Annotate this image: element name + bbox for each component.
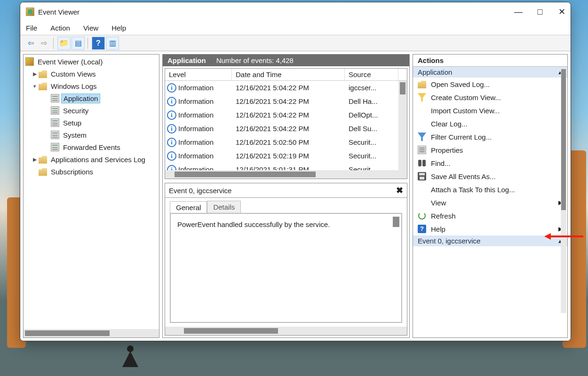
information-icon: i (167, 97, 176, 106)
toolbar: ⇦ ⇨ 📁 ▤ ? ▥ (20, 35, 571, 51)
show-hide-tree-icon[interactable]: ▤ (72, 37, 85, 50)
blank-icon (418, 198, 426, 207)
tree-custom-views[interactable]: ▶ Custom Views (25, 68, 157, 80)
menu-file[interactable]: File (26, 24, 37, 32)
tree-apps-services[interactable]: ▶ Applications and Services Log (25, 153, 157, 165)
log-icon (51, 94, 59, 102)
action-view[interactable]: View▶ (413, 196, 567, 209)
blank-icon (418, 185, 426, 194)
forward-button-icon[interactable]: ⇨ (37, 37, 50, 50)
action-properties[interactable]: Properties (413, 143, 567, 157)
folder-icon (39, 70, 47, 78)
collapse-icon[interactable]: ▾ (31, 83, 39, 89)
action-save-all-events-as[interactable]: Save All Events As... (413, 170, 567, 183)
actions-title: Actions (413, 55, 567, 67)
action-create-custom-view[interactable]: Create Custom View... (413, 91, 567, 104)
blank-icon (418, 119, 426, 128)
log-icon (51, 106, 59, 115)
information-icon: i (167, 138, 176, 147)
actions-section-application[interactable]: Application ▲ (413, 67, 567, 78)
log-icon (51, 131, 59, 139)
action-filter-current-log[interactable]: Filter Current Log... (413, 130, 567, 143)
tree-log-security[interactable]: Security (25, 104, 157, 117)
event-row[interactable]: iInformation12/16/2021 5:04:22 PMDellOpt… (165, 108, 407, 122)
action-refresh[interactable]: Refresh (413, 209, 567, 222)
information-icon: i (167, 124, 176, 133)
information-icon: i (167, 151, 176, 161)
events-pane: Application Number of events: 4,428 Leve… (162, 54, 410, 338)
event-row[interactable]: iInformation12/16/2021 5:04:22 PMDell Su… (165, 122, 407, 135)
action-find[interactable]: Find... (413, 157, 567, 170)
maximize-button[interactable]: □ (537, 8, 543, 15)
tree-subscriptions[interactable]: Subscriptions (25, 165, 157, 178)
vertical-scrollbar[interactable] (561, 69, 566, 313)
menu-action[interactable]: Action (50, 24, 70, 32)
col-level[interactable]: Level (165, 69, 232, 80)
close-button[interactable]: ✕ (558, 8, 565, 15)
tree-windows-logs[interactable]: ▾ Windows Logs (25, 80, 157, 92)
funY-icon (418, 93, 426, 102)
horizontal-scrollbar[interactable] (165, 170, 407, 179)
folder-icon (39, 82, 47, 90)
tab-details[interactable]: Details (207, 201, 241, 213)
event-row[interactable]: iInformation12/16/2021 5:02:50 PMSecurit… (165, 135, 407, 149)
events-list[interactable]: iInformation12/16/2021 5:04:22 PMigccser… (165, 81, 407, 170)
tree-root[interactable]: Event Viewer (Local) (25, 55, 157, 68)
desktop-wallpaper-figure (118, 345, 146, 374)
close-detail-icon[interactable]: ✖ (396, 185, 403, 196)
action-attach-a-task-to-this-log[interactable]: Attach a Task To this Log... (413, 183, 567, 196)
menu-bar: File Action View Help (20, 21, 571, 35)
events-header: Application Number of events: 4,428 (163, 55, 409, 66)
app-icon (26, 8, 34, 16)
show-hide-actions-icon[interactable]: ▥ (106, 37, 119, 50)
col-source[interactable]: Source (345, 69, 398, 80)
help-icon[interactable]: ? (92, 37, 105, 50)
up-folder-icon[interactable]: 📁 (57, 37, 71, 50)
help-icon: ? (418, 225, 426, 233)
folder-icon (39, 167, 47, 176)
save-icon (418, 172, 426, 180)
event-message: PowerEvent handled successfully by the s… (177, 220, 330, 228)
menu-view[interactable]: View (83, 24, 98, 32)
minimize-button[interactable]: — (515, 8, 522, 15)
horizontal-scrollbar[interactable] (24, 329, 159, 337)
vertical-scrollbar[interactable] (398, 81, 407, 170)
window-title: Event Viewer (38, 8, 79, 16)
event-detail-pane: Event 0, igccservice ✖ General Details P… (165, 183, 407, 336)
folder-icon (39, 155, 47, 164)
blank-icon (418, 106, 426, 115)
information-icon: i (167, 110, 176, 120)
tree-log-system[interactable]: System (25, 129, 157, 141)
information-icon: i (167, 83, 176, 93)
actions-section-event[interactable]: Event 0, igccservice ▲ (413, 235, 567, 246)
information-icon: i (167, 165, 176, 171)
expand-icon[interactable]: ▶ (31, 71, 39, 77)
action-help[interactable]: ?Help▶ (413, 222, 567, 235)
vertical-scrollbar[interactable] (393, 217, 399, 227)
column-headers[interactable]: Level Date and Time Source (165, 69, 407, 81)
detail-title: Event 0, igccservice (169, 187, 231, 195)
action-import-custom-view[interactable]: Import Custom View... (413, 104, 567, 117)
tree-log-application[interactable]: Application (25, 92, 157, 104)
actions-pane: Actions Application ▲ Open Saved Log...C… (413, 54, 568, 338)
menu-help[interactable]: Help (111, 24, 126, 32)
horizontal-scrollbar[interactable] (165, 327, 407, 335)
tree-log-forwarded[interactable]: Forwarded Events (25, 141, 157, 153)
tree-log-setup[interactable]: Setup (25, 117, 157, 129)
event-row[interactable]: iInformation12/16/2021 5:04:22 PMigccser… (165, 81, 407, 94)
event-row[interactable]: iInformation12/16/2021 5:02:19 PMSecurit… (165, 149, 407, 163)
log-icon (51, 143, 59, 151)
expand-icon[interactable]: ▶ (31, 157, 39, 163)
col-datetime[interactable]: Date and Time (232, 69, 345, 80)
refr-icon (418, 212, 426, 220)
title-bar[interactable]: Event Viewer — □ ✕ (20, 2, 571, 21)
events-count: Number of events: 4,428 (216, 56, 294, 64)
prop-icon (418, 146, 426, 154)
computer-icon (25, 57, 34, 66)
event-row[interactable]: iInformation12/16/2021 5:01:31 PMSecurit… (165, 163, 407, 170)
action-clear-log[interactable]: Clear Log... (413, 117, 567, 130)
action-open-saved-log[interactable]: Open Saved Log... (413, 78, 567, 91)
tab-general[interactable]: General (170, 201, 207, 213)
event-row[interactable]: iInformation12/16/2021 5:04:22 PMDell Ha… (165, 94, 407, 108)
back-button-icon[interactable]: ⇦ (24, 37, 37, 50)
